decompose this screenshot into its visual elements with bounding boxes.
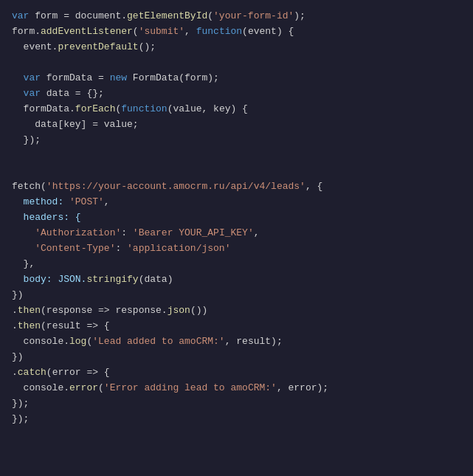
- code-token: (data): [139, 272, 173, 288]
- code-token: data[key] = value;: [12, 117, 139, 133]
- code-line: var form = document.getElementById('your…: [0, 9, 473, 24]
- code-line: .catch(error => {: [0, 365, 473, 381]
- code-token: log: [69, 334, 86, 350]
- code-line: console.error('Error adding lead to amoC…: [0, 381, 473, 396]
- code-token: (: [98, 381, 104, 396]
- code-line: });: [0, 396, 473, 412]
- code-token: formData =: [41, 71, 110, 86]
- code-token: fetch: [12, 179, 41, 195]
- code-token: headers: {: [12, 210, 81, 226]
- code-line: .then(response => response.json()): [0, 303, 473, 319]
- code-token: var: [24, 86, 41, 102]
- code-token: var: [12, 9, 29, 24]
- code-token: (: [115, 102, 121, 117]
- code-line: }): [0, 350, 473, 365]
- code-token: ,: [184, 24, 196, 40]
- code-token: json: [168, 303, 190, 319]
- code-token: (error => {: [46, 365, 110, 381]
- code-token: ()): [190, 303, 207, 319]
- code-token: :: [121, 226, 133, 241]
- code-token: then: [18, 319, 41, 334]
- code-token: body: JSON.: [12, 272, 86, 288]
- code-token: },: [12, 257, 35, 272]
- code-token: ,: [104, 195, 110, 210]
- code-token: form = document.: [29, 9, 127, 24]
- code-token: 'https://your-account.amocrm.ru/api/v4/l…: [46, 179, 305, 195]
- code-line: console.log('Lead added to amoCRM:', res…: [0, 334, 473, 350]
- code-token: (: [86, 334, 92, 350]
- code-line: form.addEventListener('submit', function…: [0, 24, 473, 40]
- code-token: .: [12, 365, 18, 381]
- code-token: (: [207, 9, 213, 24]
- code-line: 'Content-Type': 'application/json': [0, 241, 473, 257]
- code-token: });: [12, 133, 41, 148]
- code-token: forEach: [75, 102, 116, 117]
- code-line: body: JSON.stringify(data): [0, 272, 473, 288]
- code-token: event.: [12, 40, 58, 55]
- code-token: data = {};: [41, 86, 104, 102]
- code-line: 'Authorization': 'Bearer YOUR_API_KEY',: [0, 226, 473, 241]
- code-token: [12, 226, 35, 241]
- code-token: , result);: [225, 334, 283, 350]
- code-token: console.: [12, 381, 69, 396]
- code-token: .: [12, 319, 18, 334]
- code-line: });: [0, 133, 473, 148]
- code-token: then: [18, 303, 41, 319]
- code-token: }): [12, 288, 24, 303]
- code-token: :: [115, 241, 127, 257]
- code-token: , {: [305, 179, 322, 195]
- code-token: (result => {: [41, 319, 110, 334]
- code-line: headers: {: [0, 210, 473, 226]
- code-token: 'your-form-id': [213, 9, 294, 24]
- code-token: }): [12, 350, 24, 365]
- code-token: preventDefault: [58, 40, 138, 55]
- code-token: (: [41, 179, 46, 195]
- code-token: (event) {: [242, 24, 294, 40]
- code-token: console.: [12, 334, 69, 350]
- code-token: new: [110, 71, 127, 86]
- code-token: function: [121, 102, 167, 117]
- code-token: 'Authorization': [35, 226, 121, 241]
- code-token: (value, key) {: [168, 102, 248, 117]
- code-token: , error);: [277, 381, 328, 396]
- code-line: var data = {};: [0, 86, 473, 102]
- code-token: (response => response.: [41, 303, 168, 319]
- code-token: [12, 86, 24, 102]
- code-line: [0, 148, 473, 164]
- code-token: formData.: [12, 102, 75, 117]
- code-token: 'POST': [69, 195, 104, 210]
- code-token: getElementById: [127, 9, 207, 24]
- code-line: [0, 55, 473, 71]
- code-token: 'Content-Type': [35, 241, 115, 257]
- code-token: method:: [12, 195, 69, 210]
- code-line: },: [0, 257, 473, 272]
- code-token: });: [12, 396, 29, 412]
- code-token: 'application/json': [127, 241, 230, 257]
- code-token: (: [133, 24, 139, 40]
- code-line: fetch('https://your-account.amocrm.ru/ap…: [0, 179, 473, 195]
- code-line: }): [0, 288, 473, 303]
- code-token: .: [12, 303, 18, 319]
- code-token: ();: [139, 40, 156, 55]
- code-token: });: [12, 412, 29, 427]
- code-token: 'Error adding lead to amoCRM:': [104, 381, 277, 396]
- code-token: catch: [18, 365, 46, 381]
- code-token: [12, 71, 24, 86]
- code-token: ,: [254, 226, 260, 241]
- code-line: var formData = new FormData(form);: [0, 71, 473, 86]
- code-line: [0, 164, 473, 179]
- code-line: event.preventDefault();: [0, 40, 473, 55]
- code-token: 'Bearer YOUR_API_KEY': [133, 226, 254, 241]
- code-token: addEventListener: [41, 24, 133, 40]
- code-token: 'Lead added to amoCRM:': [92, 334, 224, 350]
- code-token: );: [294, 9, 305, 24]
- code-token: var: [24, 71, 41, 86]
- code-token: error: [69, 381, 98, 396]
- code-token: [12, 241, 35, 257]
- code-line: method: 'POST',: [0, 195, 473, 210]
- code-token: form.: [12, 24, 41, 40]
- code-line: formData.forEach(function(value, key) {: [0, 102, 473, 117]
- code-token: 'submit': [139, 24, 184, 40]
- code-token: FormData(form);: [127, 71, 219, 86]
- code-token: function: [196, 24, 242, 40]
